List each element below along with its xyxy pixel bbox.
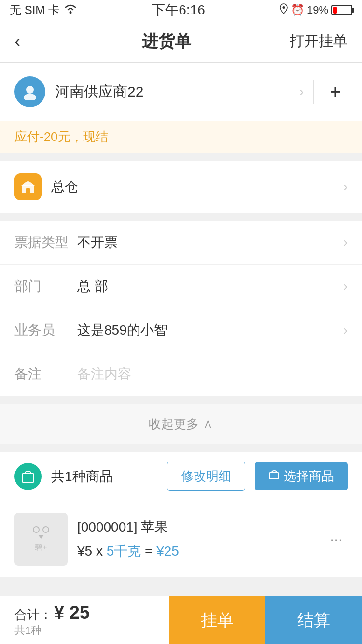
supplier-name: 河南供应商22 [55, 82, 299, 102]
svg-point-0 [70, 12, 72, 14]
alarm-icon: ⏰ [291, 4, 304, 16]
products-count: 共1种商品 [51, 467, 157, 486]
supplier-avatar [14, 76, 45, 107]
product-more-button[interactable]: ··· [325, 526, 348, 553]
location-icon [279, 3, 288, 17]
supplier-section: 河南供应商22 › + 应付-20元，现结 [0, 63, 362, 153]
invoice-row[interactable]: 票据类型 不开票 › [0, 221, 362, 264]
supplier-chevron-icon: › [299, 84, 304, 99]
collapse-bar[interactable]: 收起更多 ∧ [0, 404, 362, 444]
invoice-chevron-icon: › [343, 235, 348, 250]
cart-icon [268, 469, 280, 484]
invoice-label: 票据类型 [14, 233, 77, 252]
products-header: 共1种商品 修改明细 选择商品 [0, 452, 362, 501]
product-total: ¥25 [156, 544, 179, 559]
remark-row[interactable]: 备注 备注内容 [0, 352, 362, 396]
warehouse-icon [14, 173, 42, 200]
sales-value: 这是859的小智 [77, 321, 343, 339]
total-label: 合计： [14, 606, 52, 623]
warehouse-name: 总仓 [51, 178, 343, 196]
page-title: 进货单 [142, 30, 191, 53]
hang-button[interactable]: 挂单 [169, 596, 265, 644]
divider [313, 80, 314, 104]
supplier-row[interactable]: 河南供应商22 › + [0, 63, 362, 121]
supplier-notice: 应付-20元，现结 [0, 121, 362, 153]
dept-label: 部门 [14, 277, 77, 295]
product-quantity: 5千克 [107, 544, 141, 559]
warehouse-section: 总仓 › [0, 161, 362, 213]
products-section: 共1种商品 修改明细 选择商品 [0, 452, 362, 577]
svg-marker-5 [21, 181, 35, 186]
product-thumbnail: 碧+ [14, 513, 68, 566]
svg-rect-8 [269, 473, 279, 479]
nav-bar: ‹ 进货单 打开挂单 [0, 20, 362, 63]
main-content: 河南供应商22 › + 应付-20元，现结 总仓 › 票据类型 不开票 › [0, 63, 362, 643]
product-title: 苹果 [141, 519, 168, 534]
bottom-bar: 合计： ¥ 25 共1种 挂单 结算 [0, 596, 362, 644]
product-price: ¥5 x 5千克 = ¥25 [77, 542, 315, 560]
total-amount: ¥ 25 [54, 602, 90, 623]
dept-value: 总 部 [77, 277, 343, 295]
svg-point-3 [24, 94, 36, 100]
remark-label: 备注 [14, 365, 77, 383]
wifi-icon [64, 3, 77, 17]
status-bar: 无 SIM 卡 下午6:16 ⏰ 19% [0, 0, 362, 20]
edit-detail-button[interactable]: 修改明细 [167, 462, 245, 491]
sales-row[interactable]: 业务员 这是859的小智 › [0, 308, 362, 352]
battery-icon [331, 5, 352, 15]
checkout-button[interactable]: 结算 [265, 596, 362, 644]
remark-placeholder: 备注内容 [77, 365, 348, 383]
total-area: 合计： ¥ 25 共1种 [0, 596, 169, 644]
product-info: [0000001] 苹果 ¥5 x 5千克 = ¥25 [77, 518, 315, 560]
svg-point-1 [282, 6, 285, 9]
status-right: ⏰ 19% [279, 3, 352, 17]
form-section: 票据类型 不开票 › 部门 总 部 › 业务员 这是859的小智 › 备注 备注… [0, 221, 362, 396]
select-product-button[interactable]: 选择商品 [255, 462, 348, 490]
warehouse-chevron-icon: › [343, 179, 348, 195]
sales-label: 业务员 [14, 321, 77, 339]
svg-rect-6 [26, 188, 30, 193]
products-icon [14, 463, 42, 490]
dept-chevron-icon: › [343, 279, 348, 294]
dept-row[interactable]: 部门 总 部 › [0, 264, 362, 308]
battery-level: 19% [307, 4, 328, 16]
product-item: 碧+ [0000001] 苹果 ¥5 x 5千克 = ¥25 ··· [0, 501, 362, 577]
svg-point-2 [26, 86, 34, 94]
svg-rect-7 [22, 474, 34, 482]
status-left: 无 SIM 卡 [10, 2, 77, 18]
carrier-label: 无 SIM 卡 [10, 2, 60, 18]
sales-chevron-icon: › [343, 322, 348, 338]
select-product-label: 选择商品 [284, 468, 334, 485]
product-code: [0000001] [77, 519, 138, 534]
back-button[interactable]: ‹ [14, 31, 43, 52]
status-time: 下午6:16 [152, 1, 205, 19]
warehouse-row[interactable]: 总仓 › [0, 161, 362, 213]
invoice-value: 不开票 [77, 233, 343, 252]
add-supplier-button[interactable]: + [323, 81, 348, 103]
open-hang-button[interactable]: 打开挂单 [290, 31, 348, 51]
product-name: [0000001] 苹果 [77, 518, 315, 536]
total-count: 共1种 [14, 623, 169, 638]
